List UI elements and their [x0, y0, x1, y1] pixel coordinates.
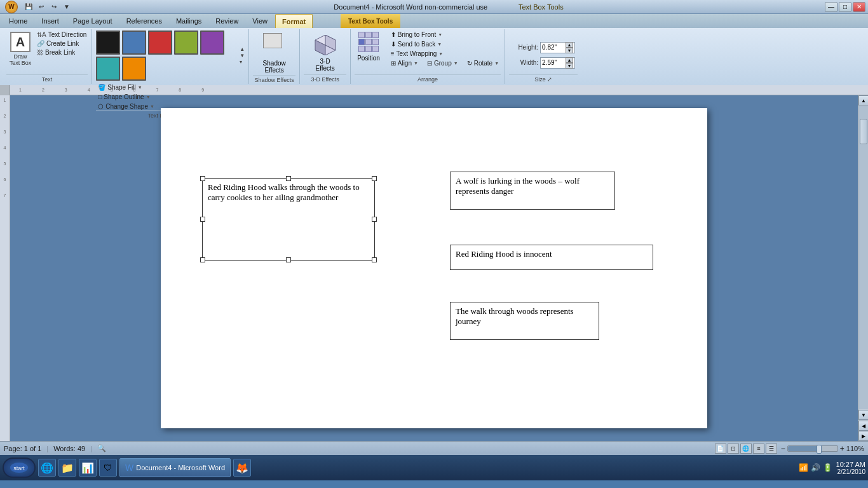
shape-outline-button[interactable]: □ Shape Outline ▼ [96, 93, 156, 101]
swatch-scroll-more[interactable]: ▾ [240, 59, 245, 65]
swatch-teal[interactable] [96, 57, 120, 81]
swatch-orange[interactable] [122, 57, 146, 81]
tab-view[interactable]: View [246, 14, 274, 28]
scroll-up-button[interactable]: ▲ [858, 95, 868, 105]
zoom-in-btn[interactable]: + [840, 444, 844, 453]
size-expand-icon[interactable]: ⤢ [547, 76, 552, 83]
taskbar-word-label: Document4 - Microsoft Word [136, 464, 225, 471]
office-button[interactable]: W [5, 1, 18, 13]
scroll-next-page[interactable]: ▶ [858, 431, 868, 441]
tab-format[interactable]: Format [275, 14, 313, 28]
handle-tr[interactable] [372, 176, 377, 181]
swatch-black[interactable] [96, 30, 120, 55]
shadow-effects-button[interactable]: ShadowEffects [259, 30, 290, 75]
handle-bl[interactable] [200, 257, 205, 262]
taskbar-firefox-icon[interactable]: 🦊 [233, 459, 251, 477]
text-group-content: A DrawText Box ⇅A Text Direction 🔗 Creat… [6, 30, 88, 74]
tab-mailings[interactable]: Mailings [170, 14, 208, 28]
tab-references[interactable]: References [120, 14, 168, 28]
swatch-green[interactable] [174, 30, 198, 55]
full-screen-btn[interactable]: ⊡ [728, 444, 739, 454]
scroll-down-button[interactable]: ▼ [858, 410, 868, 420]
swatch-blue[interactable] [122, 30, 146, 55]
battery-tray-icon: 🔋 [823, 463, 832, 472]
redo-quick-btn[interactable]: ↪ [48, 1, 60, 13]
create-link-label: Create Link [46, 40, 79, 47]
swatch-scroll-down[interactable]: ▼ [240, 53, 245, 58]
send-back-button[interactable]: ⬇ Send to Back ▼ [389, 40, 501, 48]
maximize-button[interactable]: □ [839, 2, 851, 12]
width-label: Width: [512, 59, 538, 66]
network-tray-icon[interactable]: 📶 [799, 463, 808, 472]
taskbar-app2-icon[interactable]: 📊 [79, 459, 97, 477]
handle-tc[interactable] [286, 176, 291, 181]
handle-br[interactable] [372, 257, 377, 262]
tab-insert[interactable]: Insert [35, 14, 65, 28]
start-button[interactable]: start [3, 458, 36, 478]
handle-tl[interactable] [200, 176, 205, 181]
textbox-2[interactable]: A wolf is lurking in the woods – wolf re… [450, 172, 615, 210]
handle-ml[interactable] [200, 217, 205, 222]
swatch-red[interactable] [148, 30, 172, 55]
qa-dropdown[interactable]: ▼ [61, 1, 72, 13]
arrange-group-label: Arrange [355, 74, 501, 83]
rotate-button[interactable]: ↻ Rotate ▼ [465, 59, 501, 67]
window-title: Document4 - Microsoft Word non-commercia… [72, 3, 825, 11]
draft-btn[interactable]: ☰ [766, 444, 777, 454]
height-spin-down[interactable]: ▼ [566, 48, 573, 53]
tab-home[interactable]: Home [3, 14, 34, 28]
handle-bc[interactable] [286, 257, 291, 262]
scroll-thumb[interactable] [860, 119, 867, 144]
zoom-slider[interactable] [787, 445, 838, 452]
document-scroll-area[interactable]: Red Riding Hood walks through the woods … [10, 95, 858, 441]
3d-effects-button[interactable]: 3-DEffects [308, 32, 343, 73]
textbox-1[interactable]: Red Riding Hood walks through the woods … [202, 178, 375, 261]
group-button[interactable]: ⊟ Group ▼ [425, 59, 460, 67]
title-bar-left: W 💾 ↩ ↪ ▼ [3, 1, 72, 13]
rotate-arrow: ▼ [494, 61, 499, 65]
break-link-button[interactable]: ⛓ Break Link [36, 48, 88, 57]
draw-text-box-button[interactable]: A DrawText Box [6, 30, 34, 67]
print-layout-btn[interactable]: 📄 [715, 444, 726, 454]
proofing-icon[interactable]: 🔍 [97, 444, 106, 452]
change-shape-arrow: ▼ [150, 104, 154, 109]
minimize-button[interactable]: — [825, 2, 837, 12]
position-button[interactable]: Position [355, 30, 383, 63]
swatch-scroll-up[interactable]: ▲ [240, 46, 245, 52]
taskbar-word-button[interactable]: W Document4 - Microsoft Word [119, 458, 231, 477]
height-spin-up[interactable]: ▲ [566, 42, 573, 48]
change-shape-button[interactable]: ⬡ Change Shape ▼ [96, 102, 156, 111]
undo-quick-btn[interactable]: ↩ [36, 1, 47, 13]
bring-front-button[interactable]: ⬆ Bring to Front ▼ [389, 30, 501, 39]
handle-mr[interactable] [372, 217, 377, 222]
web-layout-btn[interactable]: 🌐 [740, 444, 752, 454]
width-spin-up[interactable]: ▲ [566, 57, 573, 63]
tab-review[interactable]: Review [209, 14, 245, 28]
create-link-button[interactable]: 🔗 Create Link [36, 39, 88, 48]
close-button[interactable]: ✕ [853, 2, 865, 12]
shape-fill-button[interactable]: 🪣 Shape Fill ▼ [96, 83, 156, 92]
taskbar-folder-icon[interactable]: 📁 [58, 459, 76, 477]
width-input[interactable]: 2.59" ▲ ▼ [540, 57, 575, 69]
textbox-4[interactable]: The walk through woods represents journe… [450, 302, 599, 340]
send-back-icon: ⬇ [391, 41, 396, 48]
width-spin-down[interactable]: ▼ [566, 63, 573, 69]
tab-page-layout[interactable]: Page Layout [67, 14, 119, 28]
taskbar-ie-icon[interactable]: 🌐 [38, 459, 56, 477]
scroll-track[interactable] [859, 106, 868, 409]
scroll-prev-page[interactable]: ◀ [858, 421, 868, 431]
clock-display[interactable]: 10:27 AM 2/21/2010 [836, 461, 865, 475]
outline-btn[interactable]: ≡ [753, 444, 764, 454]
zoom-slider-thumb[interactable] [817, 445, 822, 454]
text-wrapping-button[interactable]: ≡ Text Wrapping ▼ [389, 50, 501, 58]
volume-tray-icon[interactable]: 🔊 [811, 463, 820, 472]
align-button[interactable]: ⊞ Align ▼ [389, 59, 420, 67]
group-label: Group [434, 60, 452, 67]
taskbar-security-icon[interactable]: 🛡 [99, 459, 117, 477]
textbox-3[interactable]: Red Riding Hood is innocent [450, 245, 653, 270]
swatch-purple[interactable] [200, 30, 224, 55]
height-input[interactable]: 0.82" ▲ ▼ [540, 42, 575, 53]
save-quick-btn[interactable]: 💾 [23, 1, 34, 13]
text-direction-button[interactable]: ⇅A Text Direction [36, 30, 88, 39]
zoom-out-btn[interactable]: − [781, 444, 785, 453]
